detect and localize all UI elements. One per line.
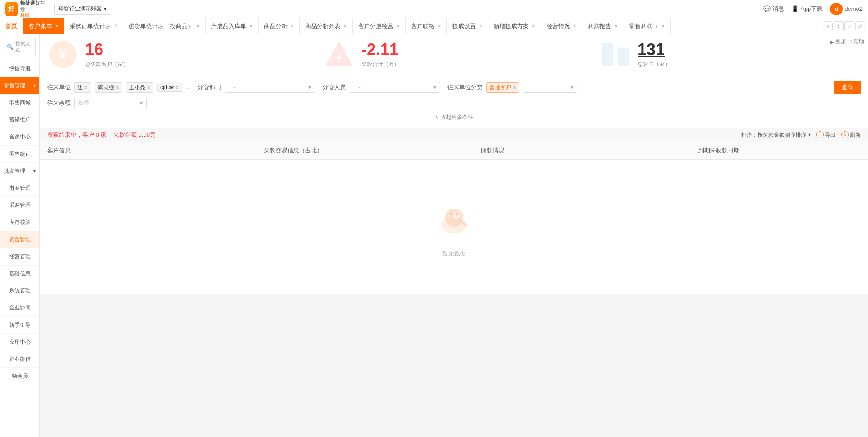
table-header: 客户信息 欠款交易信息（占比） 回款情况 到期未收款日期: [40, 142, 868, 160]
stat-card-debt: ✦ -2.11 欠款合计（万）: [316, 34, 592, 76]
svg-text:✦: ✦: [335, 51, 344, 63]
balance-select[interactable]: 选择... ▾: [74, 97, 147, 109]
sidebar-item-retail-stats[interactable]: 零售统计: [0, 146, 39, 163]
avatar: d: [830, 3, 843, 15]
main-layout: 🔍 搜索菜单 快捷导航 零售管理 ▾ 零售商城 营销推广 会员中心 零售统计 批…: [0, 34, 868, 437]
export-button[interactable]: ↑ 导出: [816, 131, 836, 139]
result-bar: 搜索结果中，客户 0 家 欠款金额 0.00元 排序：按欠款金额倒序排序 ▾ ↑…: [40, 128, 868, 142]
workspace-selector[interactable]: 母婴行业演示账套 ▾: [54, 3, 110, 15]
result-info: 搜索结果中，客户 0 家 欠款金额 0.00元: [47, 131, 156, 139]
empty-text: 暂无数据: [442, 249, 466, 257]
query-button[interactable]: 查询: [834, 81, 861, 94]
tab-fullscreen-button[interactable]: ⤢: [855, 21, 865, 31]
remove-category-tag[interactable]: ✕: [513, 85, 516, 90]
close-tab-icon[interactable]: ✕: [55, 24, 58, 28]
sidebar-item-wholesale[interactable]: 批发管理 ▾: [0, 163, 39, 180]
tab-retail-profit[interactable]: 零售利润（ ✕: [623, 18, 671, 34]
sidebar-item-finance[interactable]: 资金管理: [0, 231, 39, 248]
sort-button[interactable]: 排序：按欠款金额倒序排序 ▾: [741, 131, 811, 139]
tab-promotion-settings[interactable]: 提成设置 ✕: [447, 18, 488, 34]
tab-customer-contact[interactable]: 客户联络 ✕: [406, 18, 447, 34]
tab-home[interactable]: 首页: [0, 18, 23, 34]
search-menu-button[interactable]: 🔍 搜索菜单: [4, 38, 36, 56]
tab-product-inbound[interactable]: 产成品入库单 ✕: [206, 18, 259, 34]
result-count: 0: [96, 131, 99, 138]
sidebar-item-operations[interactable]: 经营管理: [0, 248, 39, 266]
sidebar-item-app-center[interactable]: 应用中心: [0, 334, 39, 351]
sidebar-item-inventory[interactable]: 库存核算: [0, 214, 39, 231]
close-tab-icon[interactable]: ✕: [343, 24, 347, 28]
collapse-button[interactable]: ∧ 收起更多条件: [47, 112, 861, 123]
help-link[interactable]: ? 帮助: [849, 38, 864, 46]
person-extra-dots[interactable]: ···: [355, 84, 364, 90]
tab-new-promotion[interactable]: 新增提成方案 ✕: [488, 18, 541, 34]
dept-extra-dots[interactable]: ···: [230, 84, 239, 90]
sidebar-item-newbie[interactable]: 新手引导: [0, 317, 39, 334]
tab-operation-status[interactable]: 经营情况 ✕: [541, 18, 582, 34]
top-bar: 好 畅捷通好生意 标版 母婴行业演示账套 ▾ 💬 消息 📱 App下载 d de…: [0, 0, 868, 18]
close-tab-icon[interactable]: ✕: [532, 24, 535, 28]
tab-profit-report[interactable]: 利润报告 ✕: [582, 18, 623, 34]
logo-area: 好 畅捷通好生意 标版: [5, 0, 45, 18]
sidebar-item-enterprise-wechat[interactable]: 企业微信: [0, 351, 39, 368]
stat-label-customers: 总欠款客户（家）: [85, 61, 129, 68]
dept-select[interactable]: ··· ▾: [225, 82, 315, 93]
filter-row-2: 往来余额 选择... ▾: [47, 97, 861, 109]
table-area: 客户信息 欠款交易信息（占比） 回款情况 到期未收款日期: [40, 142, 868, 294]
sidebar-item-marketing[interactable]: 营销推广: [0, 111, 39, 128]
close-tab-icon[interactable]: ✕: [479, 24, 482, 28]
close-tab-icon[interactable]: ✕: [114, 24, 117, 28]
tab-product-analysis[interactable]: 商品分析 ✕: [259, 18, 300, 34]
close-tab-icon[interactable]: ✕: [249, 24, 253, 28]
user-profile-button[interactable]: d demo2: [830, 3, 863, 15]
more-tags-button[interactable]: ...: [186, 84, 190, 90]
sidebar-item-member[interactable]: 会员中心: [0, 128, 39, 146]
tab-inbound-stats[interactable]: 进货单统计表（按商品） ✕: [123, 18, 206, 34]
tab-next-button[interactable]: ›: [834, 21, 844, 31]
category-select[interactable]: ▾: [523, 82, 577, 93]
play-icon: ▶: [830, 39, 834, 45]
close-tab-icon[interactable]: ✕: [573, 24, 576, 28]
sidebar-item-basics[interactable]: 基础信息: [0, 266, 39, 283]
sidebar-item-ecommerce[interactable]: 电商管理: [0, 180, 39, 197]
sidebar-item-retail-mall[interactable]: 零售商城: [0, 95, 39, 112]
person-select[interactable]: ··· ▾: [350, 82, 440, 93]
dept-arrow-icon: ▾: [308, 84, 311, 90]
col-header-customer: 客户信息: [47, 147, 264, 155]
video-link[interactable]: ▶ 视频: [830, 38, 846, 46]
close-tab-icon[interactable]: ✕: [196, 24, 200, 28]
app-download-button[interactable]: 📱 App下载: [791, 5, 823, 13]
sort-arrow-icon: ▾: [808, 132, 811, 138]
sidebar-item-system[interactable]: 系统管理: [0, 282, 39, 299]
tab-customer-segment[interactable]: 客户分层经营 ✕: [353, 18, 406, 34]
stat-value-customers: 16: [85, 42, 129, 58]
sidebar-item-retail[interactable]: 零售管理 ▾: [0, 77, 39, 95]
remove-tag-wang[interactable]: ✕: [147, 85, 150, 90]
sidebar-item-vip[interactable]: 畅会员: [0, 368, 39, 385]
sidebar-item-purchase[interactable]: 采购管理: [0, 197, 39, 214]
sidebar-item-enterprise[interactable]: 企业协同: [0, 299, 39, 317]
remove-tag-chen[interactable]: ✕: [115, 85, 119, 90]
col-header-debt-info: 欠款交易信息（占比）: [264, 147, 481, 155]
remove-tag-cjttcw[interactable]: ✕: [175, 85, 179, 90]
tab-menu-button[interactable]: ☰: [844, 21, 854, 31]
tab-purchase-order[interactable]: 采购订单统计表 ✕: [64, 18, 123, 34]
close-tab-icon[interactable]: ✕: [437, 24, 441, 28]
svg-rect-5: [618, 48, 629, 66]
empty-illustration: [434, 196, 475, 244]
close-tab-icon[interactable]: ✕: [396, 24, 400, 28]
close-tab-icon[interactable]: ✕: [614, 24, 618, 28]
close-tab-icon[interactable]: ✕: [290, 24, 294, 28]
remove-tag-wu[interactable]: ✕: [84, 85, 88, 90]
stats-banner: ¥ 16 总欠款客户（家） ✦ -2.11 欠款合计（万）: [40, 34, 868, 76]
refresh-button[interactable]: ↻ 刷新: [841, 131, 861, 139]
tab-prev-button[interactable]: ‹: [823, 21, 833, 31]
sidebar-item-quick-nav[interactable]: 快捷导航: [0, 60, 39, 77]
tab-product-analysis-list[interactable]: 商品分析列表 ✕: [300, 18, 353, 34]
tab-customer-account[interactable]: 客户账本 ✕: [23, 18, 64, 34]
stat-card-total: 131 总客户（家） ▶ 视频 ? 帮助: [592, 34, 868, 76]
messages-button[interactable]: 💬 消息: [763, 5, 784, 13]
chevron-down-icon: ▾: [104, 6, 106, 12]
stat-value-total: 131: [638, 42, 670, 58]
close-tab-icon[interactable]: ✕: [661, 24, 665, 28]
